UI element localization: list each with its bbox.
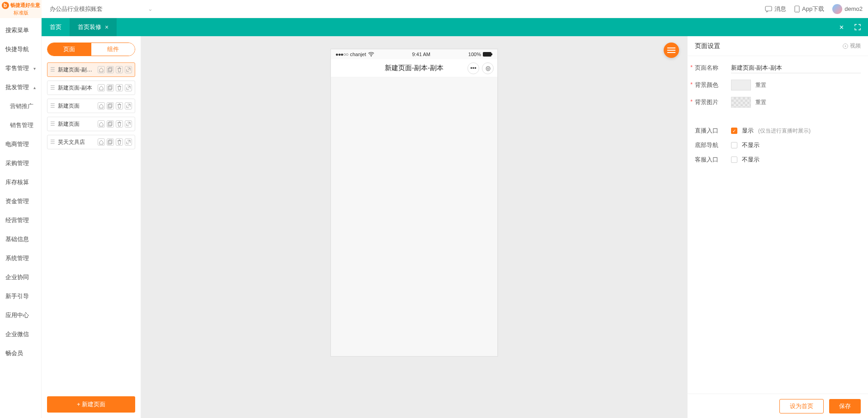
- bottom-nav-text: 不显示: [742, 141, 760, 149]
- miniapp-close-button[interactable]: ◎: [482, 62, 494, 74]
- external-link-icon[interactable]: [125, 102, 132, 109]
- sidebar-item[interactable]: 营销推广: [0, 97, 41, 116]
- svg-rect-14: [483, 52, 491, 57]
- segment-component[interactable]: 组件: [91, 43, 135, 56]
- copy-icon[interactable]: [107, 120, 114, 128]
- fullscreen-button[interactable]: [852, 21, 863, 33]
- bg-color-swatch[interactable]: [731, 80, 751, 90]
- sidebar-item-label: 新手引导: [5, 292, 29, 300]
- page-name-input[interactable]: [731, 62, 861, 73]
- delete-icon[interactable]: [116, 138, 123, 146]
- home-icon[interactable]: [98, 120, 105, 128]
- panel-toggle-button[interactable]: [664, 43, 679, 58]
- page-list-item[interactable]: ☰新建页面: [47, 99, 135, 113]
- home-icon[interactable]: [98, 66, 105, 73]
- home-icon[interactable]: [98, 138, 105, 146]
- copy-icon[interactable]: [107, 138, 114, 146]
- account-set-name: 办公品行业模拟账套: [50, 5, 103, 13]
- miniapp-menu-button[interactable]: •••: [467, 62, 479, 74]
- page-list-item[interactable]: ☰昊天文具店: [47, 135, 135, 149]
- sidebar-item[interactable]: 畅会员: [0, 344, 41, 363]
- set-home-button[interactable]: 设为首页: [779, 399, 824, 413]
- home-icon[interactable]: [98, 84, 105, 91]
- brand-name: 畅捷通好生意: [10, 2, 40, 9]
- drag-handle-icon[interactable]: ☰: [50, 139, 55, 145]
- phone-status-bar: ●●●○○ chanjet 9:41 AM 100%: [331, 49, 497, 59]
- topbar-actions: 消息 App下载 demo2: [765, 4, 863, 14]
- copy-icon[interactable]: [107, 102, 114, 109]
- battery-icon: [483, 52, 493, 57]
- page-list-item[interactable]: ☰新建页面-副本-...: [47, 62, 135, 77]
- external-link-icon[interactable]: [125, 66, 132, 73]
- sidebar-item[interactable]: 快捷导航: [0, 40, 41, 59]
- sidebar-item[interactable]: 资金管理: [0, 192, 41, 211]
- account-set-select[interactable]: 办公品行业模拟账套 ⌄: [50, 5, 153, 13]
- segment-page[interactable]: 页面: [47, 43, 91, 56]
- user-name: demo2: [844, 5, 863, 12]
- bottom-nav-label: 底部导航: [695, 141, 731, 149]
- page-component-segment: 页面 组件: [47, 43, 135, 56]
- sidebar-item[interactable]: 应用中心: [0, 306, 41, 325]
- tab[interactable]: 首页: [42, 18, 70, 36]
- copy-icon[interactable]: [107, 84, 114, 91]
- brand-logo[interactable]: b 畅捷通好生意 标准版: [0, 0, 42, 18]
- phone-titlebar: 新建页面-副本-副本 ••• ◎: [331, 59, 497, 77]
- new-page-button[interactable]: + 新建页面: [47, 396, 135, 413]
- sidebar-item[interactable]: 经营管理: [0, 211, 41, 230]
- live-entry-checkbox[interactable]: ✓: [731, 128, 737, 134]
- page-list-item[interactable]: ☰新建页面: [47, 117, 135, 131]
- settings-title: 页面设置: [695, 42, 720, 50]
- target-icon: ◎: [486, 65, 491, 71]
- tab[interactable]: 首页装修×: [70, 18, 117, 36]
- sidebar-item[interactable]: 采购管理: [0, 154, 41, 173]
- delete-icon[interactable]: [116, 102, 123, 109]
- delete-icon[interactable]: [116, 120, 123, 128]
- drag-handle-icon[interactable]: ☰: [50, 85, 55, 91]
- external-link-icon[interactable]: [125, 138, 132, 146]
- sidebar-item[interactable]: 零售管理▾: [0, 59, 41, 78]
- drag-handle-icon[interactable]: ☰: [50, 121, 55, 127]
- sidebar-item[interactable]: 企业协同: [0, 268, 41, 287]
- sidebar-item-label: 批发管理: [5, 83, 29, 91]
- sidebar-item[interactable]: 搜索菜单: [0, 21, 41, 40]
- svg-rect-15: [491, 53, 492, 55]
- messages-button[interactable]: 消息: [765, 5, 786, 13]
- copy-icon[interactable]: [107, 66, 114, 73]
- bg-image-swatch[interactable]: [731, 97, 751, 108]
- wifi-icon: [368, 52, 374, 57]
- sidebar-item[interactable]: 销售管理: [0, 116, 41, 135]
- sidebar-item[interactable]: 批发管理▴: [0, 78, 41, 97]
- phone-preview: ●●●○○ chanjet 9:41 AM 100%: [330, 49, 498, 356]
- external-link-icon[interactable]: [125, 120, 132, 128]
- tab-close-icon[interactable]: ×: [105, 24, 108, 31]
- app-download-button[interactable]: App下载: [794, 5, 824, 13]
- video-help-button[interactable]: 视频: [843, 42, 861, 50]
- delete-icon[interactable]: [116, 84, 123, 91]
- home-icon[interactable]: [98, 102, 105, 109]
- bg-color-reset-button[interactable]: 重置: [755, 81, 766, 89]
- save-button[interactable]: 保存: [829, 399, 861, 413]
- sidebar-item[interactable]: 库存核算: [0, 173, 41, 192]
- bottom-nav-checkbox[interactable]: [731, 142, 737, 148]
- sidebar-item[interactable]: 电商管理: [0, 135, 41, 154]
- phone-body: [331, 77, 497, 356]
- sidebar-item[interactable]: 系统管理: [0, 249, 41, 268]
- hamburger-icon: [667, 50, 675, 51]
- user-menu[interactable]: demo2: [832, 4, 863, 14]
- drag-handle-icon[interactable]: ☰: [50, 103, 55, 109]
- drag-handle-icon[interactable]: ☰: [50, 66, 55, 73]
- sidebar-item[interactable]: 新手引导: [0, 287, 41, 306]
- sidebar-item[interactable]: 企业微信: [0, 325, 41, 344]
- delete-icon[interactable]: [116, 66, 123, 73]
- sidebar-item[interactable]: 基础信息: [0, 230, 41, 249]
- external-link-icon[interactable]: [125, 84, 132, 91]
- brand-edition: 标准版: [14, 10, 28, 16]
- tab-label: 首页: [50, 23, 61, 31]
- svg-rect-12: [108, 141, 111, 144]
- bg-image-reset-button[interactable]: 重置: [755, 99, 766, 106]
- page-list-item[interactable]: ☰新建页面-副本: [47, 81, 135, 95]
- service-entry-checkbox[interactable]: [731, 157, 737, 163]
- svg-point-13: [371, 56, 372, 57]
- tab-close-button[interactable]: ✕: [835, 21, 847, 33]
- sidebar-item-label: 采购管理: [5, 159, 29, 167]
